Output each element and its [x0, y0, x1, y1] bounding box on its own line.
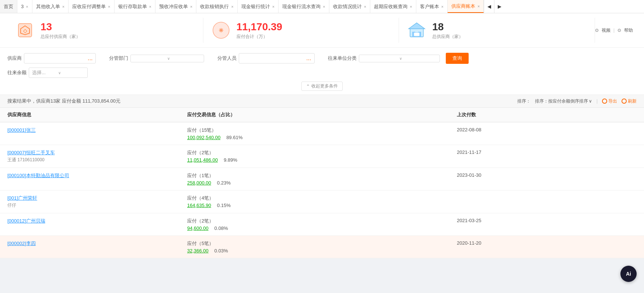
unit-select[interactable]: ∨ — [359, 55, 440, 62]
sort-arrow-icon: ∨ — [589, 99, 592, 104]
refresh-icon — [622, 99, 627, 104]
supplier-table: 供应商信息 应付交易信息（占比） 上次付数 [000001]张三 应付（15笔）… — [0, 108, 644, 258]
nav-tab-prepay-ar[interactable]: 预收冲应收单 × — [155, 0, 196, 13]
tx-pct: 89.61% — [226, 135, 242, 140]
tx-pct: 0.08% — [214, 225, 228, 231]
dept-select[interactable]: ∨ — [130, 55, 204, 62]
tx-amount[interactable]: 164,635.90 — [187, 203, 211, 208]
supplier-link[interactable]: [001]广州荣轩 — [7, 195, 187, 201]
tx-info-cell: 应付（5笔） 32,366.00 0.03% — [187, 240, 457, 254]
nav-tab-receipt-stat[interactable]: 收款情况统计 × — [329, 0, 370, 13]
balance-value: 选择... — [32, 69, 58, 76]
close-icon[interactable]: × — [231, 4, 233, 9]
payable-total-number: 11,170.39 — [237, 21, 283, 33]
supplier-link[interactable]: [000002]李四 — [7, 240, 187, 247]
summary-card-payable-suppliers: ◇ 13 总应付供应商（家） — [7, 18, 203, 43]
nav-tab-cash-bank-flow[interactable]: 现金银行流水查询 × — [279, 0, 329, 13]
close-icon[interactable]: × — [108, 4, 110, 9]
supplier-info-cell: [000012]广州贝瑞 — [7, 218, 187, 224]
supplier-input-container[interactable]: ... — [24, 53, 96, 63]
nav-tab-receipt-verify[interactable]: 收款核销执行 × — [196, 0, 237, 13]
summary-bar: ◇ 13 总应付供应商（家） ⁕ 11,170.39 应付合计（万） — [0, 13, 644, 48]
divider: | — [596, 99, 598, 104]
close-icon[interactable]: × — [62, 4, 64, 9]
supplier-dots-icon[interactable]: ... — [88, 55, 92, 62]
filter-row-1: 供应商 ... 分管部门 ∨ 分管人员 ... 往来单位分类 — [7, 53, 637, 64]
close-icon[interactable]: × — [26, 4, 28, 9]
nav-tab-home[interactable]: 首页 — [0, 0, 17, 13]
export-label: 导出 — [608, 98, 617, 104]
person-dots-icon[interactable]: ... — [306, 55, 311, 62]
tx-pct: 0.15% — [217, 203, 231, 208]
tx-info-cell: 应付（2笔） 11,051,486.00 9.89% — [187, 149, 457, 163]
sort-button[interactable]: 排序：按应付余额倒序排序 ∨ — [535, 98, 592, 104]
filter-row-2: 往来余额 选择... ∨ — [7, 68, 637, 78]
tx-amount[interactable]: 258,000.00 — [187, 180, 211, 186]
tx-pct: 9.89% — [224, 157, 237, 163]
nav-scroll-left[interactable]: ◀ — [484, 0, 494, 13]
supplier-link[interactable]: [000100]本特勤油品有限公司 — [7, 172, 187, 179]
refresh-button[interactable]: 刷新 — [622, 98, 637, 104]
video-link[interactable]: 视频 — [602, 27, 610, 34]
tx-pct: 0.03% — [214, 248, 228, 254]
col-supplier-info: 供应商信息 — [7, 111, 187, 118]
close-icon[interactable]: × — [149, 4, 151, 9]
nav-tab-cash-bank-stat[interactable]: 现金银行统计 × — [238, 0, 279, 13]
close-icon[interactable]: × — [323, 4, 325, 9]
result-bar: 搜索结果中，供应商13家 应付金额 111,703,854.00元 排序： 排序… — [0, 95, 644, 108]
person-label: 分管人员 — [217, 55, 237, 62]
table-row: [000007]恒旺二手叉车 王通 17106110000 应付（2笔） 11,… — [0, 145, 644, 168]
nav-tab-bank-deposit[interactable]: 银行存取款单 × — [115, 0, 155, 13]
help-icon: ⊙ — [617, 28, 621, 33]
tx-info-cell: 应付（15笔） 100,092,540.00 89.61% — [187, 127, 457, 140]
table-row: [000001]张三 应付（15笔） 100,092,540.00 89.61%… — [0, 123, 644, 145]
supplier-link[interactable]: [000001]张三 — [7, 127, 187, 134]
nav-tab-ar-ap-adjust[interactable]: 应收应付调整单 × — [69, 0, 114, 13]
close-icon[interactable]: × — [364, 4, 366, 9]
filter-unit-class: 往来单位分类 ∨ — [328, 55, 440, 62]
nav-tab-3[interactable]: 3 × — [17, 0, 32, 13]
supplier-sub: 王通 17106110000 — [7, 157, 187, 163]
sort-label: 排序： — [517, 98, 531, 104]
collapse-button[interactable]: ⌃ 收起更多条件 — [301, 82, 343, 91]
nav-tab-supplier-ledger[interactable]: 供应商账本 × — [448, 0, 484, 13]
tx-amount[interactable]: 94,600.00 — [187, 225, 209, 231]
tx-amount[interactable]: 11,051,486.00 — [187, 157, 218, 163]
last-pay-cell: 2021-03-25 — [457, 218, 637, 223]
close-icon[interactable]: × — [477, 4, 480, 8]
supplier-link[interactable]: [000012]广州贝瑞 — [7, 218, 187, 224]
search-button[interactable]: 查询 — [446, 53, 469, 64]
tx-row: 164,635.90 0.15% — [187, 203, 457, 208]
tx-label: 应付（5笔） — [187, 240, 457, 247]
summary-info-total-suppliers: 18 总供应商（家） — [432, 21, 463, 40]
supplier-link[interactable]: [000007]恒旺二手叉车 — [7, 149, 187, 156]
supplier-input[interactable] — [27, 56, 86, 61]
person-input[interactable] — [242, 56, 305, 61]
circle-icon: ⊙ — [595, 28, 599, 33]
nav-scroll-right[interactable]: ▶ — [494, 0, 504, 13]
close-icon[interactable]: × — [441, 4, 444, 9]
tx-amount[interactable]: 32,366.00 — [187, 248, 209, 254]
tx-label: 应付（1笔） — [187, 172, 457, 179]
payable-suppliers-label: 总应付供应商（家） — [41, 34, 80, 40]
help-link[interactable]: 帮助 — [624, 27, 633, 34]
nav-tab-overdue-ar[interactable]: 超期应收账查询 × — [370, 0, 416, 13]
top-navigation: 首页 3 × 其他收入单 × 应收应付调整单 × 银行存取款单 × 预收冲应收单… — [0, 0, 644, 13]
close-icon[interactable]: × — [410, 4, 412, 9]
export-button[interactable]: 导出 — [602, 98, 617, 104]
grain-icon: ⁕ — [211, 20, 231, 41]
tx-row: 32,366.00 0.03% — [187, 248, 457, 254]
dept-label: 分管部门 — [109, 55, 128, 62]
balance-select[interactable]: 选择... ∨ — [29, 68, 88, 78]
person-input-container[interactable]: ... — [239, 53, 314, 63]
top-right-links: ⊙ 视频 | ⊙ 帮助 — [595, 27, 637, 34]
nav-tab-other-income[interactable]: 其他收入单 × — [32, 0, 69, 13]
tx-amount[interactable]: 100,092,540.00 — [187, 135, 220, 140]
tx-row: 94,600.00 0.08% — [187, 225, 457, 231]
nav-tab-customer-ledger[interactable]: 客户账本 × — [416, 0, 448, 13]
tx-info-cell: 应付（2笔） 94,600.00 0.08% — [187, 218, 457, 231]
total-suppliers-number: 18 — [432, 21, 463, 33]
summary-info-payable: 13 总应付供应商（家） — [41, 21, 80, 40]
close-icon[interactable]: × — [190, 4, 192, 9]
close-icon[interactable]: × — [272, 4, 274, 9]
